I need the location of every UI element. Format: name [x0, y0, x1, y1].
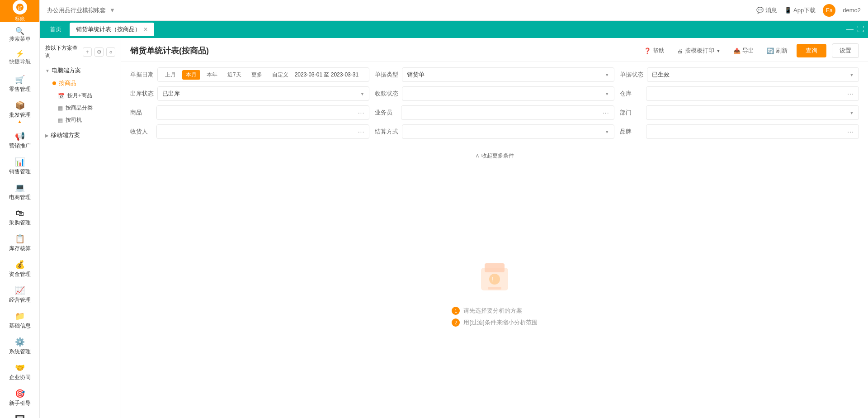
- sidebar-item-inventory[interactable]: 📋 库存核算: [0, 230, 39, 256]
- collapse-label: 收起更多条件: [481, 152, 514, 159]
- tab-home[interactable]: 首页: [43, 23, 68, 36]
- tab-sales-stat-close[interactable]: ✕: [143, 27, 148, 32]
- sidebar-item-sales[interactable]: 📊 销售管理: [0, 153, 39, 179]
- page-title: 销货单统计表(按商品): [130, 45, 209, 56]
- doc-status-control[interactable]: 已生效 ▼: [647, 67, 859, 82]
- receipt-status-arrow-icon: ▼: [605, 91, 609, 96]
- wholesale-label: 批发管理: [9, 111, 31, 119]
- settings-scheme-button[interactable]: ⚙: [94, 48, 104, 57]
- sidebar-item-wholesale[interactable]: 📦 批发管理 ▲: [0, 97, 39, 128]
- goods-control[interactable]: ···: [156, 105, 369, 120]
- collapse-panel-button[interactable]: «: [106, 48, 115, 57]
- export-icon: 📤: [733, 48, 741, 54]
- logo-icon: 好: [13, 0, 27, 14]
- help-label: 帮助: [653, 47, 665, 55]
- workspace-dropdown-icon[interactable]: ▼: [109, 7, 115, 14]
- sidebar-item-operations[interactable]: 📈 经营管理: [0, 282, 39, 308]
- scheme-panel-header: 按以下方案查询 + ⚙ «: [40, 43, 121, 62]
- sidebar-item-search[interactable]: 🔍 搜索菜单: [0, 22, 39, 46]
- filter-dept: 部门 ▼: [620, 105, 859, 120]
- add-scheme-button[interactable]: +: [83, 48, 92, 57]
- date-btn-7days[interactable]: 近7天: [224, 70, 245, 80]
- scheme-item-by-month-product-label: 按月+商品: [67, 92, 92, 100]
- retail-icon: 🛒: [15, 75, 25, 85]
- scheme-item-by-register[interactable]: ▦ 按司机: [40, 114, 121, 126]
- date-btn-last-month[interactable]: 上月: [161, 70, 179, 80]
- date-btn-more[interactable]: 更多: [248, 70, 266, 80]
- system-label: 系统管理: [9, 348, 31, 356]
- message-label: 消息: [765, 6, 777, 14]
- sidebar-item-base-info[interactable]: 📁 基础信息: [0, 308, 39, 333]
- message-button[interactable]: 💬 消息: [756, 6, 777, 14]
- chevron-down-icon: ▼: [45, 68, 50, 73]
- export-button[interactable]: 📤 导出: [730, 45, 758, 57]
- help-button[interactable]: ❓ 帮助: [640, 45, 668, 57]
- doc-type-control[interactable]: 销货单 ▼: [402, 67, 614, 82]
- svg-text:好: 好: [18, 5, 22, 10]
- help-icon: ❓: [644, 48, 651, 54]
- sidebar: 好 标账 🔍 搜索菜单 ⚡ 快捷导航 🛒 零售管理 📦 批发管理 ▲ 📢 营销推…: [0, 0, 40, 418]
- filter-doc-status: 单据状态 已生效 ▼: [620, 67, 859, 82]
- app-download-label: App下载: [793, 6, 816, 14]
- tab-maximize-icon[interactable]: ⛶: [857, 25, 864, 33]
- sidebar-item-enterprise[interactable]: 🤝 企业协同: [0, 359, 39, 385]
- receipt-status-control[interactable]: ▼: [402, 86, 614, 101]
- refresh-button[interactable]: 🔄 刷新: [763, 45, 791, 57]
- date-btn-this-year[interactable]: 本年: [203, 70, 221, 80]
- sidebar-item-retail[interactable]: 🛒 零售管理: [0, 71, 39, 97]
- sidebar-item-ecommerce[interactable]: 💻 电商管理: [0, 179, 39, 205]
- doc-status-value: 已生效: [652, 71, 848, 79]
- tab-sales-stat[interactable]: 销货单统计表（按商品） ✕: [70, 23, 154, 36]
- sidebar-item-app-center[interactable]: 🔲 应用中心: [0, 411, 39, 418]
- tab-controls: — ⛶: [846, 25, 864, 33]
- scheme-item-by-month-product[interactable]: 📅 按月+商品: [40, 90, 121, 102]
- sidebar-item-quick-nav[interactable]: ⚡ 快捷导航: [0, 46, 39, 67]
- purchase-label: 采购管理: [9, 219, 31, 227]
- scheme-group-pc-header[interactable]: ▼ 电脑端方案: [40, 64, 121, 77]
- brand-control[interactable]: ···: [646, 124, 859, 139]
- purchase-icon: 🛍: [16, 209, 24, 218]
- header-actions: ❓ 帮助 🖨 按模板打印 ▼ 📤 导出 🔄 刷新: [640, 43, 859, 58]
- date-range-value: 2023-03-01 至 2023-03-31: [295, 71, 359, 79]
- filter-section: 单据日期 上月 本月 本年 近7天 更多 自定义 2023-03-01 至 20…: [121, 62, 868, 149]
- sidebar-item-new-guide[interactable]: 🎯 新手引导: [0, 385, 39, 411]
- svg-rect-6: [488, 287, 501, 290]
- template-print-button[interactable]: 🖨 按模板打印 ▼: [674, 45, 724, 57]
- scheme-header-label: 按以下方案查询: [45, 44, 81, 60]
- query-button[interactable]: 查询: [797, 44, 826, 57]
- staff-control[interactable]: ···: [401, 105, 614, 120]
- scheme-item-by-category[interactable]: ▦ 按商品分类: [40, 102, 121, 114]
- scheme-item-by-register-label: 按司机: [66, 116, 82, 124]
- dept-control[interactable]: ▼: [646, 105, 859, 120]
- sidebar-item-system[interactable]: ⚙️ 系统管理: [0, 333, 39, 359]
- user-avatar[interactable]: Ea: [823, 4, 835, 17]
- settings-button[interactable]: 设置: [832, 43, 859, 58]
- collapse-bar[interactable]: ∧ 收起更多条件: [121, 149, 868, 162]
- content-area: 按以下方案查询 + ⚙ « ▼ 电脑端方案 按商品 📅 按月+商品: [40, 38, 868, 418]
- date-btn-this-month[interactable]: 本月: [182, 70, 200, 80]
- dept-label: 部门: [620, 109, 642, 117]
- operations-icon: 📈: [15, 285, 25, 295]
- consignee-control[interactable]: ···: [156, 124, 369, 139]
- scheme-group-mobile-header[interactable]: ▶ 移动端方案: [40, 129, 121, 142]
- topbar-left: 办公用品行业模拟账套 ▼: [47, 6, 115, 14]
- empty-tip-1: 1 请先选择要分析的方案: [452, 307, 537, 315]
- warehouse-status-control[interactable]: 已出库 ▼: [157, 86, 369, 101]
- warehouse-status-arrow-icon: ▼: [360, 91, 364, 96]
- scheme-item-by-product[interactable]: 按商品: [40, 77, 121, 90]
- sidebar-item-finance[interactable]: 💰 资金管理: [0, 256, 39, 282]
- new-guide-label: 新手引导: [9, 399, 31, 407]
- date-btn-custom[interactable]: 自定义: [269, 70, 292, 80]
- warehouse-control[interactable]: ···: [646, 86, 859, 101]
- sidebar-item-marketing[interactable]: 📢 营销推广: [0, 128, 39, 153]
- tip-2-num: 2: [452, 318, 460, 327]
- payment-control[interactable]: ▼: [402, 124, 614, 139]
- tab-minimize-icon[interactable]: —: [846, 25, 854, 33]
- sales-icon: 📊: [15, 157, 25, 167]
- app-download-button[interactable]: 📱 App下载: [784, 6, 816, 14]
- finance-icon: 💰: [15, 260, 25, 270]
- date-filter-control[interactable]: 上月 本月 本年 近7天 更多 自定义 2023-03-01 至 2023-03…: [157, 67, 369, 82]
- filter-goods: 商品 ···: [130, 105, 369, 120]
- scheme-group-pc-label: 电脑端方案: [52, 66, 81, 75]
- sidebar-item-purchase[interactable]: 🛍 采购管理: [0, 205, 39, 230]
